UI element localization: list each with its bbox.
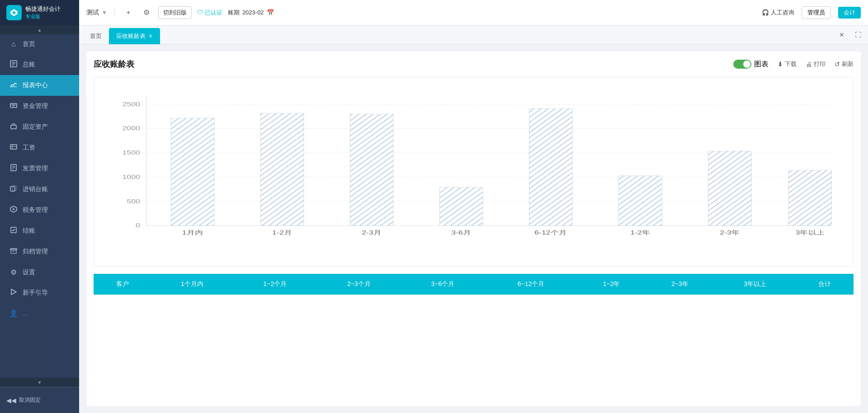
switch-version-btn[interactable]: 切到旧版 xyxy=(158,6,192,19)
sidebar-item-label: 报表中心 xyxy=(23,81,48,89)
col-3year-plus: 3年以上 xyxy=(714,274,796,295)
refresh-btn[interactable]: ↺ 刷新 xyxy=(835,60,854,68)
reports-icon xyxy=(9,81,18,90)
sidebar-item-archive[interactable]: 归档管理 xyxy=(0,241,79,262)
add-btn[interactable]: + xyxy=(122,6,135,19)
tab-close-icon[interactable]: ✕ xyxy=(148,33,153,39)
sidebar-item-ledger[interactable]: 总账 xyxy=(0,54,79,75)
svg-text:2000: 2000 xyxy=(122,125,140,131)
tab-aging[interactable]: 应收账龄表 ✕ xyxy=(109,28,160,44)
download-icon: ⬇ xyxy=(778,61,783,68)
home-icon: ⌂ xyxy=(9,40,18,48)
col-2-3month: 2~3个月 xyxy=(317,274,401,295)
bar-2-3年 xyxy=(708,151,752,225)
company-selector[interactable]: 测试 ▼ xyxy=(86,9,107,17)
report-container: 应收账龄表 图表 ⬇ 下载 🖨 打印 xyxy=(86,52,861,406)
assets-icon xyxy=(9,122,18,131)
tax-icon xyxy=(9,206,18,215)
sidebar-item-label: 结账 xyxy=(23,227,35,235)
sidebar-item-payroll[interactable]: 工资 xyxy=(0,137,79,158)
sidebar-item-home[interactable]: ⌂ 首页 xyxy=(0,34,79,54)
header: 测试 ▼ + ⚙ 切到旧版 🛡 已认证 账期 2023-02 📅 xyxy=(79,0,868,25)
tabs-bar: 首页 应收账龄表 ✕ ✕ ⛶ xyxy=(79,25,868,44)
consult-label: 人工咨询 xyxy=(771,9,794,17)
sidebar-item-funds[interactable]: 资金管理 xyxy=(0,96,79,117)
svg-rect-6 xyxy=(10,103,17,108)
ledger-icon xyxy=(9,60,18,69)
sidebar-item-label: ... xyxy=(23,310,27,317)
consult-btn[interactable]: 🎧 人工咨询 xyxy=(762,9,794,17)
cancel-fixed-btn[interactable]: ◀◀ 取消固定 xyxy=(0,392,79,408)
sidebar-item-invoice[interactable]: 发票管理 xyxy=(0,158,79,179)
sidebar-item-assets[interactable]: 固定资产 xyxy=(0,117,79,137)
report-title: 应收账龄表 xyxy=(94,59,134,70)
aging-table: 客户 1个月内 1~2个月 2~3个月 3~6个月 6~12个月 1~2年 2~… xyxy=(94,274,854,295)
sidebar-item-label: 首页 xyxy=(23,40,35,48)
refresh-icon: ↺ xyxy=(835,61,840,68)
svg-text:1-2年: 1-2年 xyxy=(630,230,650,236)
period-label: 账期 xyxy=(228,9,240,17)
toggle-switch[interactable] xyxy=(733,60,751,69)
col-6-12month: 6~12个月 xyxy=(485,274,577,295)
svg-rect-9 xyxy=(11,125,16,129)
svg-text:6-12个月: 6-12个月 xyxy=(534,230,567,236)
tab-home-label: 首页 xyxy=(90,32,102,40)
scroll-up-btn[interactable]: ▲ xyxy=(0,25,79,34)
archive-icon xyxy=(9,247,18,256)
sidebar-item-label: 归档管理 xyxy=(23,248,48,256)
cancel-fixed-label: 取消固定 xyxy=(19,396,41,404)
settings-btn[interactable]: ⚙ xyxy=(140,6,153,19)
download-label: 下载 xyxy=(785,60,797,68)
chart-toggle[interactable]: 图表 xyxy=(733,60,769,69)
col-2-3year: 2~3年 xyxy=(646,274,714,295)
svg-text:1500: 1500 xyxy=(122,150,140,156)
bar-1-2年 xyxy=(618,176,662,225)
bar-3-6月 xyxy=(439,188,483,226)
role-btn[interactable]: 会计 xyxy=(838,7,861,19)
tab-aging-label: 应收账龄表 xyxy=(116,32,146,40)
sidebar-item-extra[interactable]: 👤 ... xyxy=(0,303,79,324)
header-right: 🎧 人工咨询 管理员 会计 xyxy=(762,6,861,19)
sidebar-item-settings[interactable]: ⚙ 设置 xyxy=(0,262,79,282)
period-value: 2023-02 xyxy=(242,9,264,16)
sidebar-item-reports[interactable]: 报表中心 xyxy=(0,75,79,96)
scroll-down-btn[interactable]: ▼ xyxy=(0,378,79,387)
svg-text:2500: 2500 xyxy=(122,101,140,107)
payroll-icon xyxy=(9,143,18,152)
sidebar: 畅捷通好会计 专业版 ▲ ⌂ 首页 xyxy=(0,0,79,413)
print-btn[interactable]: 🖨 打印 xyxy=(806,60,826,68)
col-customer: 客户 xyxy=(94,274,151,295)
tab-home[interactable]: 首页 xyxy=(83,28,109,44)
close-window-btn[interactable]: ✕ xyxy=(835,28,848,41)
shield-icon: 🛡 xyxy=(197,9,203,16)
user-btn[interactable]: 管理员 xyxy=(802,6,831,19)
bar-3年以上 xyxy=(788,170,832,225)
svg-text:3年以上: 3年以上 xyxy=(796,230,825,236)
svg-point-0 xyxy=(13,11,15,14)
calendar-icon[interactable]: 📅 xyxy=(267,9,274,16)
sidebar-nav: ⌂ 首页 总账 xyxy=(0,34,79,378)
sidebar-item-label: 新手引导 xyxy=(23,289,48,297)
bar-chart: 0 500 1000 1500 2000 2500 xyxy=(103,86,844,257)
sidebar-item-guide[interactable]: 新手引导 xyxy=(0,282,79,303)
bar-1-2月 xyxy=(260,113,304,226)
certified-label: 已认证 xyxy=(205,9,222,17)
expand-btn[interactable]: ⛶ xyxy=(852,28,864,41)
purchase-icon xyxy=(9,185,18,194)
logo-subtitle: 专业版 xyxy=(25,13,61,19)
plus-icon: + xyxy=(126,9,130,17)
col-total: 合计 xyxy=(796,274,854,295)
svg-text:2-3月: 2-3月 xyxy=(362,230,382,236)
sidebar-item-settlement[interactable]: 结账 xyxy=(0,221,79,241)
dropdown-icon: ▼ xyxy=(102,9,107,16)
sidebar-item-tax[interactable]: 税务管理 xyxy=(0,200,79,221)
refresh-label: 刷新 xyxy=(842,60,854,68)
table-header-row: 客户 1个月内 1~2个月 2~3个月 3~6个月 6~12个月 1~2年 2~… xyxy=(94,274,854,295)
report-actions: 图表 ⬇ 下载 🖨 打印 ↺ 刷新 xyxy=(733,60,854,69)
sidebar-item-purchase[interactable]: 进销台账 xyxy=(0,179,79,200)
certified-badge: 🛡 已认证 xyxy=(197,9,222,17)
company-name: 测试 xyxy=(86,9,99,17)
invoice-icon xyxy=(9,164,18,173)
chart-toggle-label: 图表 xyxy=(754,60,769,69)
download-btn[interactable]: ⬇ 下载 xyxy=(778,60,797,68)
